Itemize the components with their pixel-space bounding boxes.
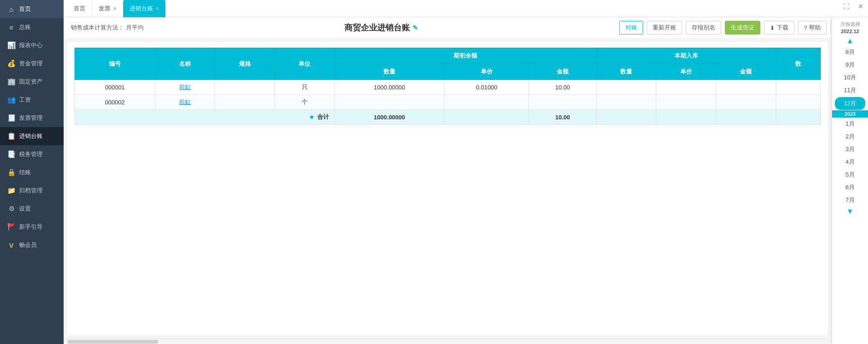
sidebar-label-purchase-sales: 进销台账 — [19, 132, 43, 140]
cell-name-2[interactable]: 前缸 — [155, 95, 215, 110]
guide-icon: 🚩 — [7, 223, 15, 231]
total-opening-qty: 1000.00000 — [334, 110, 444, 125]
sidebar-label-tax: 税务管理 — [19, 150, 43, 158]
help-icon: ? — [804, 25, 807, 31]
sidebar-label-guide: 新手引导 — [19, 223, 43, 231]
save-as-button[interactable]: 存报别名 — [686, 21, 721, 34]
cell-inbound-amount-1 — [716, 80, 776, 95]
download-button[interactable]: ⬇ 下载 — [764, 21, 794, 34]
tab-home[interactable]: 首页 — [67, 0, 92, 17]
month-item-2023-4[interactable]: 4月 — [832, 156, 868, 168]
cell-code-1: 000001 — [75, 80, 155, 95]
home-icon: ⌂ — [7, 5, 15, 13]
sidebar-label-archive: 归档管理 — [19, 187, 43, 195]
maximize-button[interactable]: ⛶ — [839, 0, 853, 13]
cost-method-label: 销售成本计算方法： — [71, 24, 124, 31]
sidebar-item-guide[interactable]: 🚩 新手引导 — [0, 218, 64, 236]
reports-icon: 📊 — [7, 41, 15, 49]
col-inbound-amount: 金额 — [716, 64, 776, 80]
main-area: 首页 发票 × 进销台账 × 销售成本计算方法： 月平均 商贸企业进销台账 ✎ … — [64, 0, 868, 344]
month-year-2023: 2023 — [832, 110, 868, 118]
cell-inbound-qty-1 — [596, 80, 656, 95]
cell-name-1[interactable]: 前缸 — [155, 80, 215, 95]
tab-bar: 首页 发票 × 进销台账 × — [64, 0, 868, 17]
generate-voucher-button[interactable]: 生成凭证 — [725, 21, 760, 34]
month-item-2023-2[interactable]: 2月 — [832, 130, 868, 143]
sidebar-label-settings: 设置 — [19, 205, 31, 213]
scroll-thumb[interactable] — [67, 340, 158, 344]
month-panel: 月份选择 2022.12 ▲ 8月 9月 10月 11月 12月 2023 1月… — [832, 17, 868, 344]
total-icon: ■ — [310, 113, 314, 120]
month-nav-down[interactable]: ▼ — [832, 206, 868, 216]
sidebar-item-funds[interactable]: 💰 资金管理 — [0, 54, 64, 73]
tab-purchase-sales-label: 进销台账 — [130, 5, 153, 13]
cost-method-info: 销售成本计算方法： 月平均 — [71, 24, 144, 32]
cell-opening-amount-1: 10.00 — [529, 80, 597, 95]
sidebar-item-home[interactable]: ⌂ 首页 — [0, 0, 64, 18]
sidebar-item-assets[interactable]: 🏢 固定资产 — [0, 73, 64, 91]
table-row: 000002 前缸 个 — [75, 95, 821, 110]
generate-voucher-label: 生成凭证 — [731, 24, 754, 32]
month-item-2023-1[interactable]: 1月 — [832, 118, 868, 130]
cell-opening-price-1: 0.01000 — [444, 80, 529, 95]
month-item-2023-6[interactable]: 6月 — [832, 181, 868, 194]
sidebar-label-closing: 结账 — [19, 168, 31, 177]
sidebar-item-reports[interactable]: 📊 报表中心 — [0, 36, 64, 54]
tab-invoice-close[interactable]: × — [113, 5, 116, 12]
month-item-12[interactable]: 12月 — [835, 97, 865, 110]
sidebar-item-payroll[interactable]: 👥 工资 — [0, 91, 64, 109]
tab-purchase-sales[interactable]: 进销台账 × — [123, 0, 166, 17]
tab-invoice[interactable]: 发票 × — [92, 0, 123, 17]
cell-extra-2 — [776, 95, 820, 110]
total-opening-amount: 10.00 — [529, 110, 597, 125]
cell-extra-1 — [776, 80, 820, 95]
sidebar-item-vip[interactable]: V 畅会员 — [0, 236, 64, 254]
cell-unit-2: 个 — [274, 95, 334, 110]
tab-purchase-sales-close[interactable]: × — [156, 5, 159, 12]
sidebar-label-invoice-mgmt: 发票管理 — [19, 114, 43, 122]
reconcile-button[interactable]: 对账 — [619, 21, 643, 34]
table-container: 编号 名称 规格 单位 期初余额 本期入库 数 数量 单价 金额 数量 单价 — [67, 42, 828, 335]
maximize-icon: ⛶ — [843, 3, 849, 10]
close-button[interactable]: ✕ — [853, 0, 868, 13]
cell-opening-amount-2 — [529, 95, 597, 110]
closing-icon: 🔒 — [7, 168, 15, 177]
month-item-8[interactable]: 8月 — [832, 46, 868, 59]
col-opening-qty: 数量 — [334, 64, 444, 80]
top-bar: 销售成本计算方法： 月平均 商贸企业进销台账 ✎ 对账 重新开账 存报别名 生成… — [64, 17, 868, 39]
sidebar-label-payroll: 工资 — [19, 96, 31, 104]
month-item-2023-7[interactable]: 7月 — [832, 194, 868, 206]
sidebar-item-invoice-mgmt[interactable]: 🧾 发票管理 — [0, 109, 64, 127]
bottom-scrollbar[interactable] — [64, 339, 828, 344]
sidebar-item-ledger[interactable]: ≡ 总账 — [0, 18, 64, 36]
col-code: 编号 — [75, 48, 155, 80]
month-panel-title: 月份选择 — [840, 19, 860, 29]
month-item-9[interactable]: 9月 — [832, 59, 868, 71]
close-icon: ✕ — [858, 3, 863, 10]
month-item-11[interactable]: 11月 — [832, 84, 868, 97]
cost-method-value: 月平均 — [126, 24, 144, 31]
window-controls: ⛶ ✕ — [839, 0, 868, 13]
month-panel-year: 2022.12 — [841, 29, 859, 36]
download-label: 下载 — [777, 24, 788, 32]
month-item-10[interactable]: 10月 — [832, 71, 868, 84]
cell-unit-1: 只 — [274, 80, 334, 95]
sidebar-item-archive[interactable]: 📁 归档管理 — [0, 182, 64, 200]
sidebar-item-settings[interactable]: ⚙ 设置 — [0, 200, 64, 218]
help-button[interactable]: ? 帮助 — [798, 21, 827, 34]
cell-opening-qty-1: 1000.00000 — [334, 80, 444, 95]
cell-inbound-price-1 — [656, 80, 716, 95]
title-edit-icon[interactable]: ✎ — [413, 24, 418, 31]
month-nav-up[interactable]: ▲ — [832, 36, 868, 46]
reconcile-label: 对账 — [625, 24, 637, 32]
reopen-button[interactable]: 重新开账 — [647, 21, 682, 34]
month-item-2023-5[interactable]: 5月 — [832, 168, 868, 181]
col-opening-amount: 金额 — [529, 64, 597, 80]
cell-opening-qty-2 — [334, 95, 444, 110]
month-item-2023-3[interactable]: 3月 — [832, 143, 868, 156]
sidebar-item-tax[interactable]: 📑 税务管理 — [0, 145, 64, 163]
sidebar-item-closing[interactable]: 🔒 结账 — [0, 163, 64, 182]
sidebar-item-purchase-sales[interactable]: 📋 进销台账 — [0, 127, 64, 145]
col-name: 名称 — [155, 48, 215, 80]
settings-icon: ⚙ — [7, 205, 15, 213]
